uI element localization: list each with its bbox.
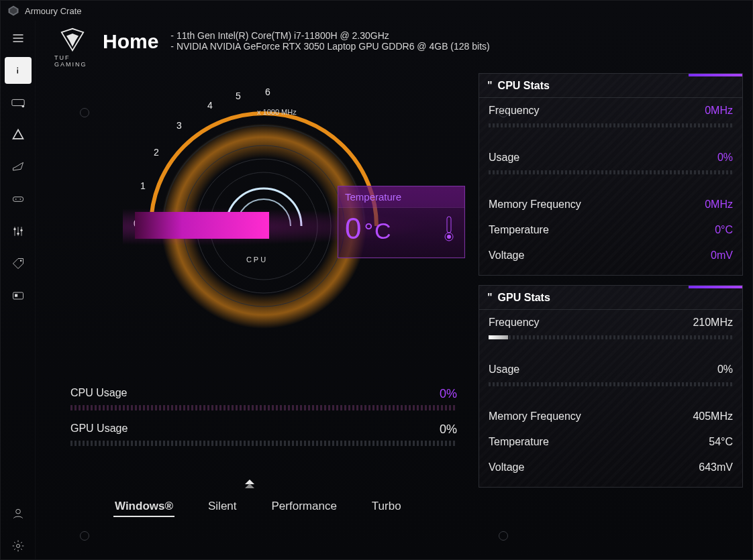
gpu-usage2-value: 0% [717, 363, 733, 376]
cpu-usage2-label: Usage [489, 152, 519, 164]
svg-rect-12 [15, 294, 17, 297]
sidebar-settings[interactable] [5, 533, 32, 559]
gpu-memfreq-value: 405MHz [693, 410, 733, 423]
gpu-usage-value: 0% [440, 423, 457, 437]
sidebar-hamburger[interactable] [5, 25, 32, 52]
cpu-model: 11th Gen Intel(R) Core(TM) i7-11800H @ 2… [170, 30, 489, 41]
gauge-tick-3: 3 [177, 120, 182, 131]
cpu-temp-value: 0°C [715, 224, 733, 236]
sidebar-tuning[interactable] [5, 218, 32, 245]
cpu-stats-title: CPU Stats [498, 80, 550, 92]
hamburger-icon [11, 32, 25, 45]
gpu-temp-value: 54°C [709, 436, 733, 448]
gauge-tick-2: 2 [154, 147, 159, 158]
cpu-usage2-meter [489, 170, 733, 174]
sidebar-wing[interactable] [5, 154, 32, 180]
svg-rect-11 [13, 292, 23, 299]
svg-rect-2 [11, 99, 23, 105]
right-pane: "CPU Stats Frequency0MHz Usage0% Memory … [479, 73, 743, 529]
svg-point-14 [16, 545, 19, 548]
svg-point-5 [15, 199, 16, 200]
page-title: Home [103, 30, 158, 53]
sidebar-aura[interactable] [5, 121, 32, 148]
cpu-usage-value: 0% [440, 387, 457, 401]
svg-point-23 [447, 235, 451, 239]
gauge-center-label: CPU [246, 256, 268, 264]
tuf-logo-icon [58, 27, 87, 52]
cpu-usage2-value: 0% [717, 152, 733, 164]
gpu-usage2-meter [489, 382, 733, 386]
sidebar-gamevisual[interactable] [5, 186, 32, 213]
tag-icon [11, 257, 25, 270]
left-pane: 0 1 2 3 4 5 6 x 1000 MHz CPU Temperature… [42, 73, 469, 529]
usage-row-gpu: GPU Usage0% [70, 423, 457, 446]
cpu-gauge: 0 1 2 3 4 5 6 x 1000 MHz CPU Temperature… [69, 80, 445, 375]
corner-ornament [499, 531, 508, 541]
info-icon [12, 64, 24, 76]
brand-logo: TUF GAMING [54, 27, 91, 68]
sidebar [1, 21, 36, 559]
wing-icon [11, 160, 25, 174]
svg-rect-4 [13, 197, 23, 202]
cpu-memfreq-label: Memory Frequency [489, 199, 581, 211]
content: TUF GAMING Home 11th Gen Intel(R) Core(T… [36, 21, 752, 559]
cpu-usage-meter [70, 405, 457, 410]
gpu-usage2-label: Usage [489, 363, 519, 376]
mode-performance[interactable]: Performance [270, 497, 338, 517]
app-title: Armoury Crate [25, 6, 82, 16]
cpu-freq-label: Frequency [489, 105, 540, 117]
thermometer-icon [440, 215, 458, 242]
gauge-tick-6: 6 [265, 87, 270, 97]
cpu-freq-value: 0MHz [705, 105, 733, 117]
svg-point-6 [19, 199, 21, 200]
sidebar-profile[interactable] [5, 500, 32, 527]
svg-point-8 [17, 233, 19, 235]
main: 0 1 2 3 4 5 6 x 1000 MHz CPU Temperature… [42, 73, 743, 529]
svg-point-7 [13, 228, 15, 230]
keyboard-icon [11, 95, 26, 110]
cpu-temp-label: Temperature [489, 224, 549, 236]
sidebar-deals[interactable] [5, 250, 32, 277]
gauge-tick-4: 4 [207, 100, 213, 111]
temperature-badge: Temperature 0°C [338, 186, 465, 258]
usage-row-cpu: CPU Usage0% [70, 387, 457, 410]
titlebar: Armoury Crate [1, 1, 752, 21]
mode-windows[interactable]: Windows® [113, 497, 174, 517]
gpu-freq-label: Frequency [489, 317, 540, 329]
brand-text: TUF GAMING [54, 54, 91, 68]
app-logo-icon [7, 5, 19, 17]
svg-point-13 [15, 509, 20, 514]
gpu-stats-panel: "GPU Stats Frequency210MHz Usage0% Memor… [479, 285, 743, 488]
svg-point-3 [21, 105, 24, 108]
cpu-volt-value: 0mV [711, 249, 733, 262]
id-card-icon [11, 289, 25, 302]
gpu-freq-meter [489, 335, 733, 339]
svg-point-9 [20, 229, 22, 231]
sidebar-info[interactable] [5, 57, 32, 84]
gauge-tick-1: 1 [140, 180, 146, 191]
sidebar-keyboard[interactable] [5, 89, 32, 116]
header: TUF GAMING Home 11th Gen Intel(R) Core(T… [42, 27, 743, 68]
gpu-model: NVIDIA NVIDIA GeForce RTX 3050 Laptop GP… [170, 41, 489, 52]
sidebar-news[interactable] [5, 282, 32, 309]
gpu-volt-label: Voltage [489, 461, 524, 473]
svg-point-10 [19, 260, 21, 262]
gpu-usage-meter [70, 441, 457, 446]
mode-turbo[interactable]: Turbo [370, 497, 403, 517]
mode-silent[interactable]: Silent [207, 497, 238, 517]
gauge-tick-5: 5 [236, 91, 241, 101]
modes-arrow-icon [244, 480, 256, 492]
controller-icon [11, 192, 25, 206]
gauge-needle [135, 212, 269, 239]
triangle-icon [11, 128, 25, 142]
mode-tabs: Windows® Silent Performance Turbo [81, 497, 469, 517]
settings-icon [11, 539, 25, 553]
corner-ornament [80, 531, 89, 541]
corner-ornament [499, 108, 508, 117]
sliders-icon [11, 225, 25, 238]
corner-ornament [80, 108, 89, 117]
gpu-temp-label: Temperature [489, 436, 549, 448]
cpu-freq-meter [489, 123, 733, 127]
svg-rect-21 [447, 217, 451, 233]
cpu-volt-label: Voltage [489, 249, 524, 262]
